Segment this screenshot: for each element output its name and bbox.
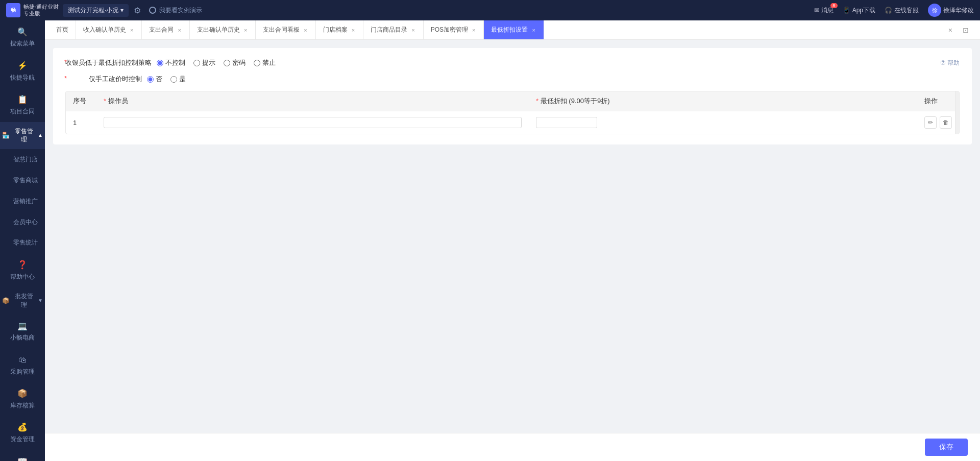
manual-price-row: 仅手工改价时控制 否 是 xyxy=(65,75,960,84)
strategy-no-control[interactable]: 不控制 xyxy=(157,58,185,67)
demo-link[interactable]: 我要看实例演示 xyxy=(149,6,202,15)
sidebar-item-retail-mgmt[interactable]: 🏪 零售管理 ▲ xyxy=(0,122,45,150)
manual-price-no[interactable]: 否 xyxy=(147,75,162,84)
sidebar-item-project-contract[interactable]: 📋 项目合同 xyxy=(0,88,45,122)
help-label: 帮助 xyxy=(947,59,960,67)
tab-store-goods-catalog-close[interactable]: × xyxy=(410,27,415,34)
sidebar-label-purchase-mgmt: 采购管理 xyxy=(10,368,35,376)
sidebar-item-ecommerce[interactable]: 💻 小畅电商 xyxy=(0,314,45,348)
message-icon: ✉ xyxy=(814,7,819,14)
save-button[interactable]: 保存 xyxy=(925,439,968,456)
tab-payment-contract-board-close[interactable]: × xyxy=(303,27,308,34)
sidebar-item-purchase-mgmt[interactable]: 🛍 采购管理 xyxy=(0,348,45,382)
user-profile-btn[interactable]: 徐 徐泽华修改 xyxy=(928,4,974,17)
cell-operator[interactable] xyxy=(96,111,529,134)
sidebar-item-retail-mall[interactable]: 零售商城 xyxy=(0,170,45,191)
ecommerce-icon: 💻 xyxy=(17,321,28,332)
logo-icon: 畅 xyxy=(6,3,20,17)
sidebar-item-search-menu[interactable]: 🔍 搜索菜单 xyxy=(0,20,45,54)
strategy-no-control-radio[interactable] xyxy=(157,60,163,66)
sidebar-label-smart-store: 智慧门店 xyxy=(13,155,38,164)
tab-store-goods-catalog[interactable]: 门店商品目录 × xyxy=(363,20,423,40)
lightning-icon: ⚡ xyxy=(17,60,28,71)
tab-income-confirm-history[interactable]: 收入确认单历史 × xyxy=(76,20,142,40)
delete-btn[interactable]: 🗑 xyxy=(940,116,952,129)
manual-price-yes-label: 是 xyxy=(179,75,186,84)
sidebar-item-member-center[interactable]: 会员中心 xyxy=(0,212,45,233)
sidebar-item-smart-store[interactable]: 智慧门店 xyxy=(0,149,45,170)
contract-icon: 📋 xyxy=(17,94,28,105)
sidebar-label-marketing: 营销推广 xyxy=(13,197,38,206)
tab-store-archive-label: 门店档案 xyxy=(323,26,348,34)
strategy-forbid[interactable]: 禁止 xyxy=(254,58,276,67)
strategy-forbid-label: 禁止 xyxy=(262,58,276,67)
download-icon: 📱 xyxy=(843,7,850,14)
sidebar-item-wholesale-mgmt[interactable]: 📦 批发管理 ▼ xyxy=(0,287,45,314)
chevron-up-icon: ▲ xyxy=(38,132,43,139)
tab-income-confirm-history-close[interactable]: × xyxy=(129,27,134,34)
tab-income-confirm-history-label: 收入确认单历史 xyxy=(83,26,126,34)
sidebar-label-search-menu: 搜索菜单 xyxy=(10,39,35,48)
online-service-btn[interactable]: 🎧 在线客服 xyxy=(885,6,919,15)
message-btn[interactable]: ✉ 消息 8 xyxy=(814,6,834,15)
tab-payment-confirm-history-close[interactable]: × xyxy=(243,27,248,34)
sidebar-item-ledger-mgmt[interactable]: 📖 总账管理 xyxy=(0,450,45,461)
min-discount-input[interactable] xyxy=(536,117,597,128)
manual-price-options: 否 是 xyxy=(147,75,186,84)
sidebar-item-capital-mgmt[interactable]: 💰 资金管理 xyxy=(0,416,45,449)
tab-payment-contract-close[interactable]: × xyxy=(177,27,182,34)
tab-payment-confirm-history[interactable]: 支出确认单历史 × xyxy=(190,20,256,40)
retail-icon: 🏪 xyxy=(2,131,10,140)
operator-input[interactable] xyxy=(104,117,522,128)
tab-pos-password-mgmt[interactable]: POS加密管理 × xyxy=(424,20,484,40)
settings-icon[interactable]: ⚙ xyxy=(134,6,141,15)
table-scrollbar[interactable] xyxy=(955,91,959,134)
strategy-forbid-radio[interactable] xyxy=(254,60,260,66)
manual-price-yes[interactable]: 是 xyxy=(170,75,186,84)
topbar-right: ✉ 消息 8 📱 App下载 🎧 在线客服 徐 徐泽华修改 xyxy=(814,4,974,17)
tab-home[interactable]: 首页 xyxy=(49,20,76,40)
tab-store-archive[interactable]: 门店档案 × xyxy=(316,20,363,40)
sidebar-item-marketing[interactable]: 营销推广 xyxy=(0,191,45,212)
cell-min-discount[interactable] xyxy=(529,111,917,134)
tab-expand-btn[interactable]: ⊡ xyxy=(960,25,972,35)
sidebar-label-project-contract: 项目合同 xyxy=(10,107,35,116)
sidebar-label-retail-stats: 零售统计 xyxy=(13,238,38,247)
strategy-password-radio[interactable] xyxy=(224,60,230,66)
sidebar-item-inventory[interactable]: 📦 库存核算 xyxy=(0,382,45,416)
tab-pos-password-mgmt-close[interactable]: × xyxy=(471,27,476,34)
sidebar-item-retail-stats[interactable]: 零售统计 xyxy=(0,232,45,253)
sidebar-item-help-center[interactable]: ❓ 帮助中心 xyxy=(0,253,45,287)
sidebar-item-quick-nav[interactable]: ⚡ 快捷导航 xyxy=(0,54,45,88)
discount-table-container: 序号 * 操作员 * 最低折扣 (9.00等于9折) 操作 xyxy=(65,91,960,134)
manual-price-yes-radio[interactable] xyxy=(170,76,177,83)
sidebar-label-inventory: 库存核算 xyxy=(10,401,35,410)
project-name: 测试分开完程·小况 xyxy=(68,6,118,15)
action-btns: ✏ 🗑 xyxy=(924,116,952,129)
edit-btn[interactable]: ✏ xyxy=(924,116,937,129)
tab-store-archive-close[interactable]: × xyxy=(351,27,356,34)
table-row: 1 ✏ 🗑 xyxy=(66,111,959,134)
tab-payment-contract-board[interactable]: 支出合同看板 × xyxy=(256,20,315,40)
tab-close-all-btn[interactable]: × xyxy=(945,25,955,35)
strategy-password[interactable]: 密码 xyxy=(224,58,246,67)
discount-table: 序号 * 操作员 * 最低折扣 (9.00等于9折) 操作 xyxy=(66,91,959,134)
ledger-icon: 📖 xyxy=(17,456,28,461)
tab-min-discount-setting-close[interactable]: × xyxy=(531,27,536,34)
strategy-no-control-label: 不控制 xyxy=(165,58,185,67)
tab-min-discount-setting-label: 最低折扣设置 xyxy=(491,26,528,34)
col-header-operator: * 操作员 xyxy=(96,91,529,111)
manual-price-no-label: 否 xyxy=(156,75,162,84)
tab-payment-contract[interactable]: 支出合同 × xyxy=(142,20,189,40)
sidebar-label-quick-nav: 快捷导航 xyxy=(10,74,35,82)
manual-price-no-radio[interactable] xyxy=(147,76,154,83)
inventory-icon: 📦 xyxy=(17,388,28,399)
col-header-min-discount: * 最低折扣 (9.00等于9折) xyxy=(529,91,917,111)
app-download-btn[interactable]: 📱 App下载 xyxy=(843,6,875,15)
logo-text: 畅捷·通好业财 专业版 xyxy=(23,4,59,17)
strategy-hint-radio[interactable] xyxy=(193,60,200,66)
help-link[interactable]: ⑦ 帮助 xyxy=(940,59,960,67)
strategy-hint[interactable]: 提示 xyxy=(193,58,215,67)
project-selector[interactable]: 测试分开完程·小况 ▾ xyxy=(63,4,129,17)
tab-min-discount-setting[interactable]: 最低折扣设置 × xyxy=(484,20,544,40)
